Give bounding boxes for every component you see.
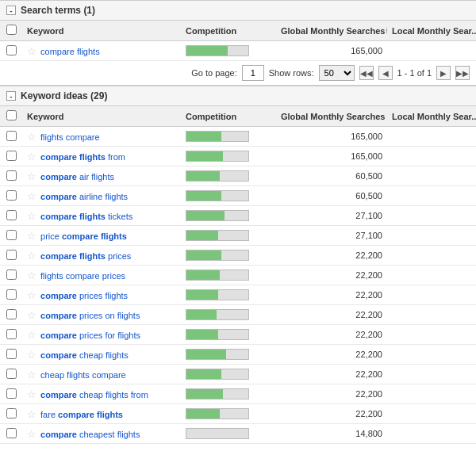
ki-row-keyword-cell: ☆ compare prices on flights	[22, 305, 181, 325]
ki-row-checkbox[interactable]	[6, 230, 17, 240]
keyword-link[interactable]: compare cheap flights	[40, 350, 129, 360]
ki-row-checkbox[interactable]	[6, 210, 17, 220]
star-icon[interactable]: ☆	[27, 151, 36, 162]
keyword-link[interactable]: compare flights	[40, 47, 100, 56]
ki-row-check-cell	[0, 206, 22, 226]
ki-row-check-cell	[0, 166, 22, 186]
search-terms-header-row: Keyword Competition Global Monthly Searc…	[0, 21, 476, 41]
star-icon[interactable]: ☆	[27, 369, 36, 380]
keyword-link[interactable]: compare flights tickets	[40, 212, 132, 221]
ki-row-gms-cell: 22,200	[276, 246, 387, 266]
first-page-button[interactable]: ◀◀	[359, 66, 374, 80]
ki-row-checkbox[interactable]	[6, 329, 17, 339]
keyword-link[interactable]: compare prices flights	[40, 291, 128, 300]
star-icon[interactable]: ☆	[27, 269, 36, 281]
ki-row-checkbox[interactable]	[6, 369, 17, 379]
keyword-idea-row: ☆ compare flights prices 22,200	[0, 246, 476, 266]
ki-select-all[interactable]	[6, 110, 17, 120]
ki-row-checkbox[interactable]	[6, 289, 17, 300]
ki-row-checkbox[interactable]	[6, 250, 17, 260]
ki-row-lms-cell	[387, 345, 476, 365]
star-icon[interactable]: ☆	[27, 170, 36, 182]
ki-row-lms-cell	[387, 186, 476, 206]
ki-row-checkbox[interactable]	[6, 428, 17, 438]
ki-row-gms-cell: 22,200	[276, 266, 387, 285]
keyword-link[interactable]: compare airline flights	[40, 192, 128, 201]
keyword-link[interactable]: compare flights prices	[40, 251, 131, 261]
star-icon[interactable]: ☆	[27, 309, 36, 321]
row-keyword-cell: ☆ compare flights	[22, 41, 181, 61]
prev-page-button[interactable]: ◀	[378, 66, 393, 80]
keyword-link[interactable]: compare cheap flights from	[40, 390, 148, 399]
star-icon[interactable]: ☆	[27, 329, 36, 341]
ki-row-checkbox[interactable]	[6, 388, 17, 399]
keyword-ideas-toggle[interactable]: -	[6, 91, 16, 101]
star-icon[interactable]: ☆	[27, 408, 36, 420]
ki-row-checkbox[interactable]	[6, 131, 17, 141]
keyword-idea-row: ☆ price compare flights 27,100	[0, 226, 476, 246]
ki-row-gms-cell: 22,200	[276, 345, 387, 365]
star-icon[interactable]: ☆	[27, 250, 36, 262]
last-page-button[interactable]: ▶▶	[455, 66, 470, 80]
ki-row-lms-cell	[387, 384, 476, 404]
row-lms-cell	[387, 41, 476, 61]
keyword-link[interactable]: flights compare prices	[40, 271, 125, 281]
show-rows-select[interactable]: 50 25 100	[319, 65, 355, 81]
star-icon[interactable]: ☆	[27, 388, 36, 400]
gms-help-icon[interactable]: ?	[386, 25, 387, 36]
search-terms-toggle[interactable]: -	[6, 6, 16, 15]
ki-row-competition-cell	[181, 365, 276, 384]
star-icon[interactable]: ☆	[27, 349, 36, 361]
keyword-link[interactable]: compare air flights	[40, 172, 114, 182]
ki-row-check-cell	[0, 325, 22, 345]
ki-row-keyword-cell: ☆ compare cheap flights from	[22, 384, 181, 404]
keyword-link[interactable]: compare prices on flights	[40, 311, 140, 320]
goto-page-input[interactable]	[242, 65, 264, 81]
ki-row-lms-cell	[387, 285, 476, 305]
ki-row-lms-cell	[387, 226, 476, 246]
keyword-link[interactable]: compare flights from	[40, 152, 125, 162]
ki-row-checkbox[interactable]	[6, 170, 17, 181]
keyword-link[interactable]: fare compare flights	[40, 410, 123, 419]
ki-row-checkbox[interactable]	[6, 309, 17, 319]
ki-row-lms-cell	[387, 305, 476, 325]
keyword-link[interactable]: cheap flights compare	[40, 370, 126, 380]
keyword-link[interactable]: flights compare	[40, 132, 100, 142]
ki-col-check	[0, 106, 22, 127]
star-icon[interactable]: ☆	[27, 230, 36, 242]
star-icon[interactable]: ☆	[27, 45, 36, 57]
keyword-link[interactable]: compare prices for flights	[40, 331, 140, 340]
ki-col-gms[interactable]: Global Monthly Searches ▼ ?	[276, 106, 387, 127]
star-icon[interactable]: ☆	[27, 289, 36, 301]
star-icon[interactable]: ☆	[27, 428, 36, 440]
star-icon[interactable]: ☆	[27, 190, 36, 202]
search-terms-col-keyword: Keyword	[22, 21, 181, 41]
row-checkbox[interactable]	[6, 45, 17, 55]
ki-row-lms-cell	[387, 206, 476, 226]
star-icon[interactable]: ☆	[27, 210, 36, 222]
search-terms-col-gms: Global Monthly Searches ?	[276, 21, 387, 41]
keyword-link[interactable]: compare cheapest flights	[40, 430, 140, 439]
row-gms-cell: 165,000	[276, 41, 387, 61]
search-terms-title: Search terms (1)	[21, 5, 95, 16]
keyword-idea-row: ☆ compare airline flights 60,500	[0, 186, 476, 206]
ki-row-lms-cell	[387, 365, 476, 384]
ki-col-keyword[interactable]: Keyword	[22, 106, 181, 127]
ki-row-checkbox[interactable]	[6, 408, 17, 419]
search-terms-select-all[interactable]	[6, 25, 17, 35]
ki-row-checkbox[interactable]	[6, 349, 17, 359]
ki-col-competition: Competition	[181, 106, 276, 127]
next-page-button[interactable]: ▶	[436, 66, 451, 80]
ki-row-checkbox[interactable]	[6, 151, 17, 161]
ki-row-competition-cell	[181, 186, 276, 206]
ki-row-gms-cell: 22,200	[276, 325, 387, 345]
star-icon[interactable]: ☆	[27, 131, 36, 143]
keyword-link[interactable]: price compare flights	[40, 231, 127, 241]
ki-row-check-cell	[0, 186, 22, 206]
ki-row-keyword-cell: ☆ compare flights prices	[22, 246, 181, 266]
keyword-idea-row: ☆ compare prices flights 22,200	[0, 285, 476, 305]
ki-row-checkbox[interactable]	[6, 269, 17, 280]
ki-row-competition-cell	[181, 285, 276, 305]
ki-row-competition-cell	[181, 206, 276, 226]
ki-row-checkbox[interactable]	[6, 190, 17, 201]
